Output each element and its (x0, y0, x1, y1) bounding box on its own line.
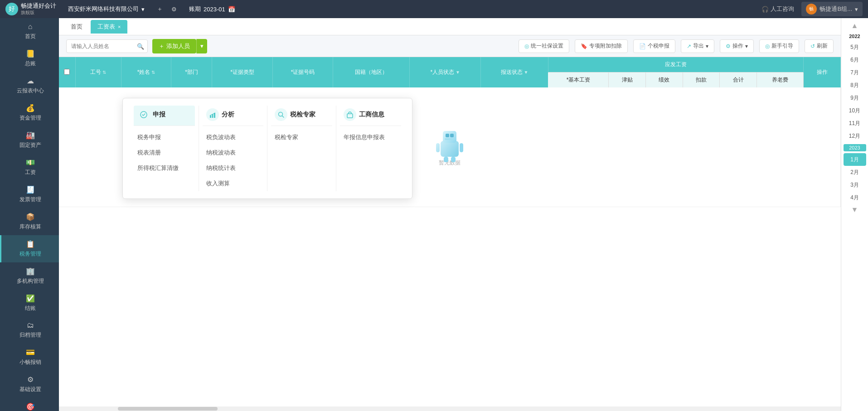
sidebar-label-settings: 基础设置 (19, 386, 41, 393)
period-label: 账期 (189, 5, 201, 13)
scroll-thumb[interactable] (118, 407, 218, 411)
customer-service-btn[interactable]: 🎧 人工咨询 (761, 5, 794, 13)
sidebar-item-fund[interactable]: 💰 资金管理 (0, 99, 59, 126)
topbar-extras: ＋ ⚙ (154, 3, 180, 15)
select-all-checkbox[interactable] (64, 69, 70, 75)
guide-btn[interactable]: ◎ 新手引导 (759, 39, 799, 53)
add-icon-btn[interactable]: ＋ (154, 3, 165, 15)
cal-month-11[interactable]: 11月 (844, 117, 866, 130)
sidebar-item-ledger[interactable]: 📒 总账 (0, 45, 59, 72)
search-icon: 🔍 (137, 43, 144, 49)
menu-item-tax-fluctuation[interactable]: 纳税波动表 (203, 145, 264, 160)
tab-home[interactable]: 首页 (64, 20, 89, 34)
shuijian-section-icon (275, 108, 287, 121)
sidebar-label-multi-org: 多机构管理 (17, 277, 44, 285)
tab-home-label: 首页 (71, 23, 82, 31)
refresh-icon: ↺ (810, 43, 815, 49)
th-basic: *基本工资 (548, 73, 609, 88)
menu-item-tax-statistics[interactable]: 纳税统计表 (203, 160, 264, 176)
cal-nav-down[interactable]: ▼ (849, 204, 861, 216)
sidebar-item-guide[interactable]: 🎯 新手引导 (0, 398, 59, 411)
cal-month-10[interactable]: 10月 (844, 104, 866, 117)
social-security-btn[interactable]: ◎ 统一社保设置 (519, 39, 569, 53)
personal-tax-btn[interactable]: 📄 个税申报 (633, 39, 675, 53)
tab-close-icon[interactable]: × (118, 24, 121, 29)
menu-section-fenxi: 分析 税负波动表 纳税波动表 纳税统计表 收入测算 (199, 106, 268, 191)
cal-month-12[interactable]: 12月 (844, 130, 866, 142)
svg-rect-8 (451, 157, 456, 162)
guide-icon-btn: ◎ (765, 43, 770, 49)
filter-icon-report[interactable]: ▼ (524, 70, 529, 75)
sidebar-label-home: 首页 (25, 33, 36, 40)
social-security-icon: ◎ (524, 43, 529, 49)
th-dept: *部门 (171, 57, 212, 87)
th-allowance: 津贴 (609, 73, 646, 88)
sidebar-item-archive[interactable]: 🗂 归档管理 (0, 317, 59, 343)
sidebar-label-fund: 资金管理 (19, 114, 41, 122)
th-number: 工号 ⇅ (75, 57, 121, 87)
filter-icon-status[interactable]: ▼ (456, 70, 460, 75)
menu-item-tax-burden[interactable]: 税负波动表 (203, 130, 264, 145)
th-deduction: 扣款 (683, 73, 720, 88)
cal-month-7[interactable]: 7月 (844, 66, 866, 79)
sidebar-item-expense[interactable]: 💳 小畅报销 (0, 343, 59, 371)
add-person-dropdown-btn[interactable]: ▾ (196, 39, 207, 53)
table-wrap: 工号 ⇅ *姓名 ⇅ *部门 *证据类型 *证据号码 (59, 57, 841, 406)
cal-month-9[interactable]: 9月 (844, 92, 866, 104)
operations-icon: ⚙ (726, 43, 731, 49)
cal-month-6[interactable]: 6月 (844, 53, 866, 66)
shenbao-section-icon (137, 108, 150, 121)
add-btn-group: ＋ 添加人员 ▾ (152, 39, 207, 53)
cal-nav-up[interactable]: ▲ (849, 20, 861, 32)
special-deduction-btn[interactable]: 🔖 专项附加扣除 (575, 39, 628, 53)
operations-btn[interactable]: ⚙ 操作 ▾ (720, 39, 754, 53)
right-calendar-panel: ▲ 2022 5月 6月 7月 8月 9月 10月 11月 12月 2023 1… (841, 18, 868, 411)
cal-month-8[interactable]: 8月 (844, 79, 866, 92)
cal-month-5[interactable]: 5月 (844, 41, 866, 53)
export-btn[interactable]: ↗ 导出 ▾ (681, 39, 714, 53)
sidebar-item-assets[interactable]: 🏭 固定资产 (0, 126, 59, 154)
sidebar-label-ledger: 总账 (25, 60, 36, 68)
export-icon: ↗ (687, 43, 691, 49)
search-input[interactable] (66, 39, 148, 53)
th-id-type: *证据类型 (212, 57, 273, 87)
payroll-icon: 💵 (26, 158, 35, 167)
fund-icon: 💰 (26, 104, 35, 112)
sidebar-item-close-account[interactable]: ✅ 结账 (0, 290, 59, 317)
menu-item-income-calc[interactable]: 收入测算 (203, 176, 264, 191)
user-dropdown-icon: ▾ (855, 6, 858, 13)
cal-month-4[interactable]: 4月 (844, 191, 866, 204)
sidebar-item-cloud-report[interactable]: ☁ 云报表中心 (0, 72, 59, 99)
sidebar-item-inventory[interactable]: 📦 库存核算 (0, 208, 59, 235)
menu-section-header-gongshang: 工商信息 (340, 106, 402, 126)
calendar-icon[interactable]: 📅 (228, 6, 235, 13)
sidebar-item-payroll[interactable]: 💵 工资 (0, 154, 59, 181)
tab-bar: 首页 工资表 × (59, 18, 841, 35)
refresh-label: 刷新 (817, 42, 828, 50)
sidebar-item-tax[interactable]: 📋 税务管理 (0, 235, 59, 262)
menu-item-annual-report[interactable]: 年报信息申报表 (340, 130, 402, 145)
gongshang-title: 工商信息 (359, 111, 384, 119)
cal-month-2[interactable]: 2月 (844, 166, 866, 179)
sidebar-label-inventory: 库存核算 (19, 223, 41, 231)
sidebar-item-multi-org[interactable]: 🏢 多机构管理 (0, 262, 59, 290)
cal-month-3[interactable]: 3月 (844, 179, 866, 191)
operations-dropdown-icon: ▾ (745, 43, 748, 49)
settings-icon: ⚙ (27, 375, 34, 384)
menu-item-tax-expert[interactable]: 税检专家 (271, 130, 332, 145)
sidebar-item-settings[interactable]: ⚙ 基础设置 (0, 371, 59, 398)
sidebar-item-home[interactable]: ⌂ 首页 (0, 18, 59, 45)
menu-item-annual-settlement[interactable]: 所得税汇算清缴 (134, 160, 195, 176)
settings-icon-btn[interactable]: ⚙ (168, 3, 180, 15)
user-avatar-area[interactable]: 畅 畅捷通B组... ▾ (801, 2, 863, 16)
company-selector[interactable]: 西安虾米网络科技有限公司 ▾ (64, 3, 148, 15)
cal-month-1-active[interactable]: 1月 (844, 153, 866, 166)
menu-item-tax-clearance[interactable]: 税表清册 (134, 145, 195, 160)
menu-item-tax-filing[interactable]: 税务申报 (134, 130, 195, 145)
inventory-icon: 📦 (26, 213, 35, 221)
social-security-label: 统一社保设置 (531, 42, 563, 50)
tab-payroll[interactable]: 工资表 × (91, 20, 127, 34)
add-person-button[interactable]: ＋ 添加人员 (152, 39, 196, 53)
refresh-btn[interactable]: ↺ 刷新 (805, 39, 834, 53)
sidebar-item-invoice[interactable]: 🧾 发票管理 (0, 181, 59, 208)
